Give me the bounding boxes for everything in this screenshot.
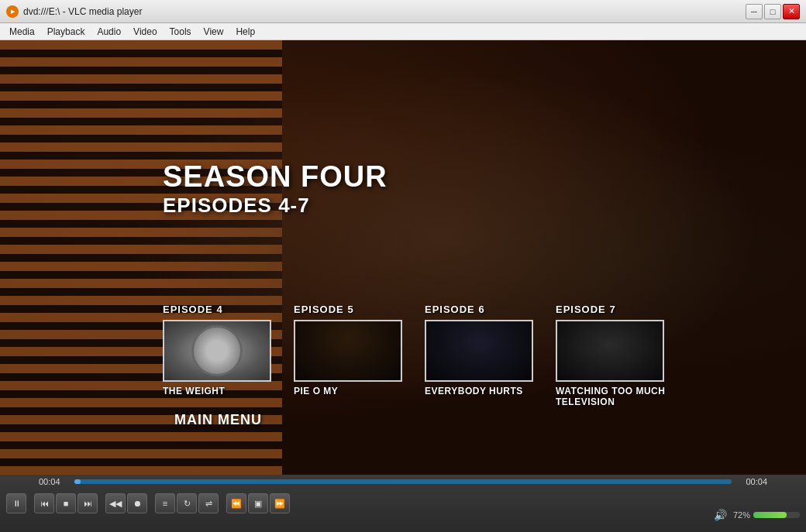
skip-back-button[interactable]: ⏪ xyxy=(226,493,246,513)
play-pause-button[interactable]: ⏸ xyxy=(6,493,26,513)
season-title: SEASON FOUR EPISODES 4-7 xyxy=(163,160,388,218)
menu-item-view[interactable]: View xyxy=(198,25,230,39)
volume-slider[interactable] xyxy=(753,512,800,518)
episode-7-thumb[interactable] xyxy=(556,320,664,382)
frame-by-frame-button[interactable]: ▣ xyxy=(248,493,268,513)
progress-fill xyxy=(74,479,81,484)
episodes-range-text: EPISODES 4-7 xyxy=(163,194,388,218)
figure-overlay xyxy=(0,40,806,475)
playlist-button[interactable]: ≡ xyxy=(155,493,175,513)
ep7-bg xyxy=(557,321,663,380)
minimize-button[interactable]: ─ xyxy=(746,4,763,19)
time-elapsed: 00:04 xyxy=(39,477,68,486)
window-controls: ─ □ ✕ xyxy=(746,4,800,19)
vlc-icon xyxy=(6,5,19,18)
episode-4-thumb[interactable] xyxy=(163,320,271,382)
video-area: SEASON FOUR EPISODES 4-7 EPISODE 4 THE W… xyxy=(0,40,806,475)
episode-5-thumb[interactable] xyxy=(294,320,402,382)
ep5-bg xyxy=(295,321,401,380)
episode-6-label: EPISODE 6 xyxy=(425,304,485,315)
title-bar: dvd:///E:\ - VLC media player ─ □ ✕ xyxy=(0,0,806,23)
playback-controls: ⏸ ⏮ ■ ⏭ ◀◀ ⏺ ≡ ↻ ⇌ ⏪ ▣ ⏩ 🔊 72% xyxy=(0,489,806,518)
prev-chapter-button[interactable]: ⏮ xyxy=(34,493,54,513)
episode-6-title: EVERYBODY HURTS xyxy=(425,386,523,396)
episode-7-item[interactable]: EPISODE 7 WATCHING TOO MUCH TELEVISION xyxy=(556,304,668,407)
next-chapter-button[interactable]: ⏭ xyxy=(78,493,98,513)
close-button[interactable]: ✕ xyxy=(783,4,800,19)
episode-7-label: EPISODE 7 xyxy=(556,304,616,315)
episode-6-item[interactable]: EPISODE 6 EVERYBODY HURTS xyxy=(425,304,537,407)
skip-fwd-button[interactable]: ⏩ xyxy=(270,493,290,513)
season-title-text: SEASON FOUR xyxy=(163,160,388,194)
loop-button[interactable]: ↻ xyxy=(177,493,197,513)
menu-item-media[interactable]: Media xyxy=(3,25,41,39)
volume-fill xyxy=(753,512,787,518)
episode-4-item[interactable]: EPISODE 4 THE WEIGHT xyxy=(163,304,275,407)
record-button[interactable]: ⏺ xyxy=(127,493,147,513)
menu-item-help[interactable]: Help xyxy=(229,25,261,39)
menu-item-video[interactable]: Video xyxy=(127,25,163,39)
progress-track[interactable] xyxy=(74,479,732,484)
time-remaining: 00:04 xyxy=(738,477,767,486)
controls-area: 00:04 00:04 ⏸ ⏮ ■ ⏭ ◀◀ ⏺ ≡ ↻ ⇌ ⏪ ▣ ⏩ 🔊 7… xyxy=(0,475,806,532)
prev-frame-button[interactable]: ◀◀ xyxy=(105,493,126,513)
menu-bar: MediaPlaybackAudioVideoToolsViewHelp xyxy=(0,23,806,40)
stop-button[interactable]: ■ xyxy=(56,493,76,513)
ep6-bg xyxy=(426,321,532,380)
episode-4-title: THE WEIGHT xyxy=(163,386,225,396)
episode-4-label: EPISODE 4 xyxy=(163,304,223,315)
episode-5-label: EPISODE 5 xyxy=(294,304,354,315)
window-title: dvd:///E:\ - VLC media player xyxy=(23,6,746,17)
random-button[interactable]: ⇌ xyxy=(198,493,219,513)
main-menu-button[interactable]: MAIN MENU xyxy=(174,412,262,428)
progress-bar-container: 00:04 00:04 xyxy=(0,475,806,489)
volume-icon[interactable]: 🔊 xyxy=(711,506,730,524)
maximize-button[interactable]: □ xyxy=(764,4,781,19)
episode-5-title: PIE O MY xyxy=(294,386,338,396)
menu-item-audio[interactable]: Audio xyxy=(91,25,127,39)
menu-item-playback[interactable]: Playback xyxy=(41,25,91,39)
volume-label: 72% xyxy=(733,510,750,520)
episode-5-item[interactable]: EPISODE 5 PIE O MY xyxy=(294,304,406,407)
episode-7-title: WATCHING TOO MUCH TELEVISION xyxy=(556,386,668,407)
episode-6-thumb[interactable] xyxy=(425,320,533,382)
volume-area: 🔊 72% xyxy=(711,506,800,524)
episodes-section: EPISODE 4 THE WEIGHT EPISODE 5 PIE O MY … xyxy=(163,304,668,407)
menu-item-tools[interactable]: Tools xyxy=(164,25,198,39)
